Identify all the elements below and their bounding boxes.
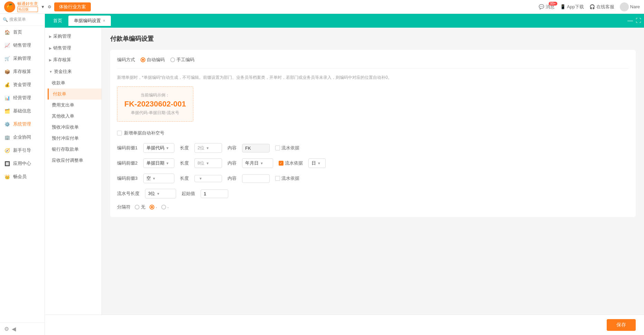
stream2-checkbox[interactable]: ✓ 流水依据 — [279, 160, 303, 166]
auto-encode-radio[interactable]: 自动编码 — [141, 57, 165, 63]
message-icon: 💬 — [539, 4, 544, 9]
code-preview-desc: 单据代码-单据日期-流水号 — [124, 110, 186, 116]
main-layout: 🔍 搜索菜单 🏠 首页 📈 销售管理 🛒 采购管理 📦 库存核算 💰 — [0, 14, 644, 335]
sidebar-item-sales[interactable]: 📈 销售管理 — [0, 39, 45, 52]
left-menu-item-banksaving[interactable]: 银行存取款单 — [48, 144, 102, 155]
sidebar-nav: 🏠 首页 📈 销售管理 🛒 采购管理 📦 库存核算 💰 资金管理 📊 经 — [0, 26, 45, 323]
length1-select[interactable]: 2位 ▼ — [194, 143, 222, 153]
sep-dot1-circle — [150, 205, 154, 210]
left-menu-inventory-header[interactable]: ▶ 库存核算 — [45, 54, 102, 66]
prefix1-arrow-icon: ▼ — [166, 146, 169, 150]
stream3-checkbox-box — [275, 176, 280, 181]
left-menu-item-payment[interactable]: 付款单 — [48, 89, 102, 100]
left-menu-item-receipt[interactable]: 收款单 — [48, 77, 102, 89]
sidebar-item-home[interactable]: 🏠 首页 — [0, 26, 45, 39]
stream2-unit-select[interactable]: 日 ▼ — [308, 158, 326, 168]
auto-fill-checkbox[interactable] — [117, 131, 122, 136]
sep-radio-none[interactable]: 无 — [135, 204, 145, 210]
sidebar-collapse-btn[interactable]: ◀ — [12, 326, 16, 332]
serial-length-select[interactable]: 3位 ▼ — [145, 189, 176, 198]
content3-input[interactable] — [242, 174, 270, 183]
prefix2-arrow-icon: ▼ — [166, 161, 169, 165]
prefix2-select[interactable]: 单据日期 ▼ — [143, 158, 174, 168]
content1-input[interactable] — [242, 144, 270, 152]
content2-select[interactable]: 年月日 ▼ — [242, 158, 273, 168]
tab-close-btn[interactable]: × — [103, 18, 105, 23]
stream1-checkbox[interactable]: 流水依据 — [275, 145, 299, 151]
sidebar-item-purchase[interactable]: 🛒 采购管理 — [0, 52, 45, 65]
sidebar-item-inventory[interactable]: 📦 库存核算 — [0, 65, 45, 78]
app-download-btn[interactable]: 📱 App下载 — [560, 4, 584, 10]
auto-encode-radio-circle — [141, 57, 145, 62]
stream3-checkbox[interactable]: 流水依据 — [275, 175, 299, 182]
left-menu-purchase-header[interactable]: ▶ 采购管理 — [45, 30, 102, 42]
length2-select[interactable]: 8位 ▼ — [194, 158, 222, 168]
length1-label: 长度 — [180, 145, 189, 151]
company-dropdown[interactable]: ▼ — [41, 4, 45, 9]
stream1-checkbox-box — [275, 146, 280, 150]
message-btn[interactable]: 💬 消息 99+ — [539, 4, 555, 10]
logo: 🍊 畅通好生意 拓品版 — [4, 1, 38, 12]
sidebar-item-operation[interactable]: 📊 经营管理 — [0, 91, 45, 104]
length3-select[interactable]: ▼ — [194, 175, 222, 182]
purchase-icon: 🛒 — [4, 55, 10, 62]
sidebar-item-member[interactable]: 👑 畅会员 — [0, 170, 45, 183]
length3-label: 长度 — [180, 175, 189, 182]
avatar — [620, 2, 629, 11]
apps-icon: 🔲 — [4, 160, 10, 167]
tab-maximize-btn[interactable]: ⛶ — [636, 18, 641, 24]
arrow-down-icon: ▼ — [49, 70, 52, 74]
arrow-right-icon3: ▶ — [49, 58, 52, 62]
length1-arrow-icon: ▼ — [206, 146, 209, 150]
top-bar: 🍊 畅通好生意 拓品版 ▼ ⚙ 体验行业方案 💬 消息 99+ 📱 App下载 … — [0, 0, 644, 14]
left-menu-item-expense[interactable]: 费用支出单 — [48, 100, 102, 111]
separator-label: 分隔符 — [117, 204, 131, 210]
sidebar-settings-btn[interactable]: ⚙ — [4, 326, 9, 332]
left-menu-item-otherincome[interactable]: 其他收入单 — [48, 111, 102, 122]
info-text: 新增单据时，*单据编码*自动生成，不可编辑。前缀设置为部门、业务员等档案类，开单… — [117, 74, 629, 81]
tab-minimize-btn[interactable]: — — [627, 18, 633, 24]
left-menu-sales-header[interactable]: ▶ 销售管理 — [45, 42, 102, 54]
content3-label: 内容 — [228, 175, 237, 182]
manual-encode-radio[interactable]: 手工编码 — [170, 57, 194, 63]
content1-label: 内容 — [228, 145, 237, 151]
stream2-checkbox-box: ✓ — [279, 161, 283, 166]
sidebar-item-enterprise[interactable]: 🏢 企业协同 — [0, 131, 45, 144]
left-menu-item-prepayment[interactable]: 预付冲应付单 — [48, 133, 102, 144]
sep-radio-dot2[interactable]: · — [161, 205, 169, 210]
tab-bar-controls: — ⛶ — [627, 18, 641, 24]
left-menu-item-adjustment[interactable]: 应收应付调整单 — [48, 155, 102, 166]
left-menu-item-prepayreceive[interactable]: 预收冲应收单 — [48, 122, 102, 133]
sidebar-item-apps[interactable]: 🔲 应用中心 — [0, 157, 45, 170]
tab-encode-settings[interactable]: 单据编码设置 × — [68, 16, 111, 26]
prefix3-label: 编码前缀3 — [117, 175, 138, 182]
sidebar-item-finance[interactable]: 💰 资金管理 — [0, 78, 45, 91]
online-service-btn[interactable]: 🎧 在线客服 — [589, 4, 614, 10]
sidebar-item-guide[interactable]: 🧭 新手引导 — [0, 144, 45, 157]
sep-radio-dot1[interactable]: · — [150, 205, 157, 210]
finance-icon: 💰 — [4, 82, 10, 88]
trial-btn[interactable]: 体验行业方案 — [54, 2, 91, 11]
left-menu-finance-header[interactable]: ▼ 资金往来 — [45, 66, 102, 77]
sidebar-item-basic[interactable]: 🗂️ 基础信息 — [0, 104, 45, 118]
encode-mode-label: 编码方式 — [117, 57, 135, 63]
sidebar-bottom: ⚙ ◀ — [0, 323, 45, 335]
start-value-input[interactable] — [201, 189, 228, 198]
sales-icon: 📈 — [4, 42, 10, 48]
prefix3-select[interactable]: 空 ▼ — [143, 174, 174, 183]
prefix-row-3: 编码前缀3 空 ▼ 长度 ▼ 内容 — [117, 174, 629, 183]
tab-home[interactable]: 首页 — [48, 16, 68, 26]
bottom-bar: 保存 — [45, 315, 644, 335]
search-menu-btn[interactable]: 🔍 搜索菜单 — [0, 14, 45, 26]
user-menu[interactable]: Nare — [620, 2, 640, 11]
save-button[interactable]: 保存 — [607, 319, 636, 331]
top-bar-left: 🍊 畅通好生意 拓品版 ▼ ⚙ 体验行业方案 — [4, 1, 91, 12]
settings-card: 编码方式 自动编码 手工编码 — [110, 50, 636, 217]
member-icon: 👑 — [4, 174, 10, 180]
sidebar-item-system[interactable]: ⚙️ 系统管理 — [0, 118, 45, 131]
length2-label: 长度 — [180, 160, 189, 166]
prefix1-select[interactable]: 单据代码 ▼ — [143, 143, 174, 153]
arrow-right-icon2: ▶ — [49, 46, 52, 50]
prefix1-label: 编码前缀1 — [117, 145, 138, 151]
settings-icon[interactable]: ⚙ — [48, 4, 51, 9]
